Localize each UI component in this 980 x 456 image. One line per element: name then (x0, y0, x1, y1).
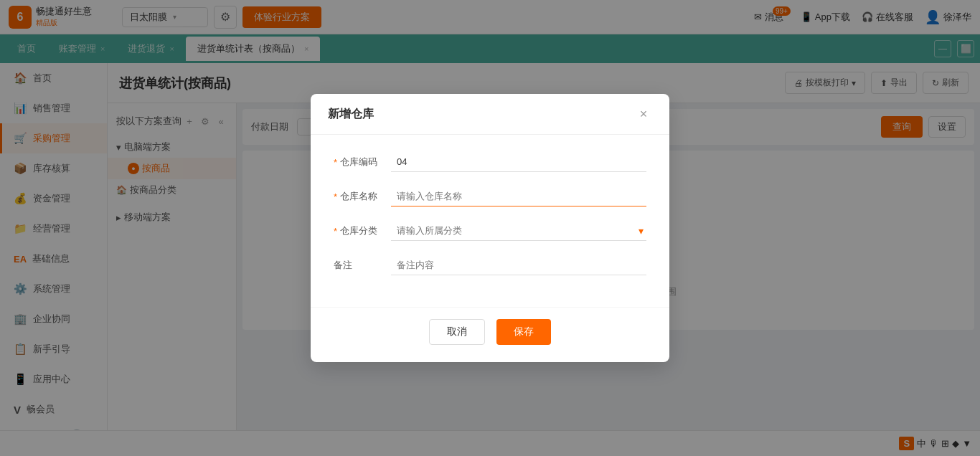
form-row-category: * 仓库分类 ▾ (334, 221, 646, 241)
modal-overlay[interactable]: 新增仓库 × * 仓库编码 * 仓库名称 (0, 0, 980, 456)
modal-footer: 取消 保存 (311, 307, 669, 362)
required-star-code: * (334, 157, 337, 168)
warehouse-code-label: * 仓库编码 (334, 156, 391, 168)
remark-input[interactable] (391, 255, 646, 275)
add-warehouse-modal: 新增仓库 × * 仓库编码 * 仓库名称 (311, 94, 669, 362)
required-star-name: * (334, 191, 337, 202)
remark-label: 备注 (334, 259, 391, 272)
warehouse-category-label: * 仓库分类 (334, 224, 391, 237)
required-star-category: * (334, 226, 337, 237)
save-button[interactable]: 保存 (496, 319, 551, 345)
modal-body: * 仓库编码 * 仓库名称 * 仓库分类 (311, 135, 669, 307)
warehouse-category-wrap: ▾ (391, 221, 646, 241)
modal-title: 新增仓库 (328, 107, 374, 122)
form-row-name: * 仓库名称 (334, 186, 646, 206)
cancel-button[interactable]: 取消 (429, 319, 485, 345)
form-row-code: * 仓库编码 (334, 152, 646, 172)
modal-close-button[interactable]: × (635, 105, 652, 123)
warehouse-category-input[interactable] (391, 221, 646, 240)
warehouse-name-label: * 仓库名称 (334, 190, 391, 203)
warehouse-code-input[interactable] (391, 152, 646, 172)
modal-header: 新增仓库 × (311, 94, 669, 135)
warehouse-name-input[interactable] (391, 186, 646, 206)
form-row-remark: 备注 (334, 255, 646, 275)
